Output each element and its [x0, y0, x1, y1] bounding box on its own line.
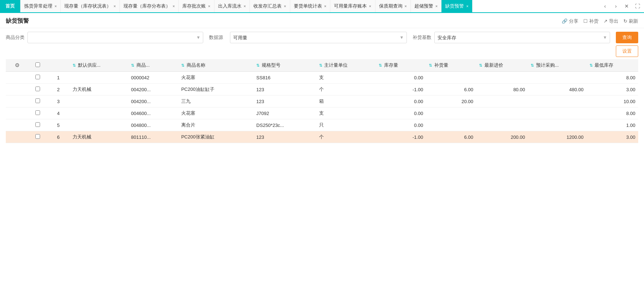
tab-order-stats[interactable]: 要货单统计表 × — [290, 0, 330, 13]
col-unit[interactable]: ⇅ 主计量单位 — [316, 59, 376, 72]
row-checkbox-cell[interactable] — [28, 84, 47, 96]
datasource-label: 数据源 — [209, 34, 227, 41]
col-stock[interactable]: ⇅ 库存量 — [376, 59, 426, 72]
row-est-purchase — [528, 119, 586, 131]
close-tab-overstock[interactable]: × — [435, 4, 438, 8]
row-est-purchase — [528, 107, 586, 119]
col-est-purchase[interactable]: ⇅ 预计采购... — [528, 59, 586, 72]
sort-spec-icon: ⇅ — [256, 63, 260, 67]
row-latest-price — [476, 96, 528, 107]
col-latest-price[interactable]: ⇅ 最新进价 — [476, 59, 528, 72]
col-spec[interactable]: ⇅ 规格型号 — [253, 59, 316, 72]
replenish-select[interactable]: 安全库存 — [434, 32, 610, 43]
row-supplier — [70, 96, 128, 107]
refresh-action[interactable]: ↻ 刷新 — [623, 18, 638, 25]
row-checkbox[interactable] — [35, 87, 40, 91]
close-tab-batch[interactable]: × — [208, 4, 210, 8]
tab-abnormal[interactable]: 拣货异常处理 × — [21, 0, 61, 13]
tab-batch[interactable]: 库存批次账 × — [179, 0, 214, 13]
tab-overstock[interactable]: 超储预警 × — [411, 0, 441, 13]
row-checkbox-cell[interactable] — [28, 119, 47, 131]
category-filter-group: 商品分类 ▼ — [6, 32, 203, 43]
export-icon: ↗ — [604, 18, 608, 24]
replenish-base-label: 补货基数 — [413, 34, 431, 41]
col-checkbox — [28, 59, 47, 72]
settings-button[interactable]: 设置 — [616, 45, 638, 57]
row-stock: -1.00 — [376, 131, 426, 143]
replenish-action[interactable]: ☐ 补货 — [583, 18, 599, 25]
row-product-name: 火花塞 — [178, 107, 253, 119]
row-checkbox-cell[interactable] — [28, 107, 47, 119]
replenish-icon: ☐ — [583, 18, 588, 24]
nav-fullscreen-button[interactable]: ⛶ — [632, 1, 643, 11]
nav-prev-button[interactable]: ‹ — [600, 1, 610, 11]
row-checkbox[interactable] — [35, 110, 40, 115]
col-product-name[interactable]: ⇅ 商品名称 — [178, 59, 253, 72]
col-no — [47, 59, 70, 72]
close-tab-receive-summary[interactable]: × — [284, 4, 286, 8]
tab-inventory-status[interactable]: 现存量（库存状况表） × — [61, 0, 119, 13]
category-select[interactable] — [27, 32, 203, 43]
tab-inventory-dist[interactable]: 现存量（库存分布表） × — [120, 0, 179, 13]
row-settings-cell — [6, 84, 28, 96]
col-supplier[interactable]: ⇅ 默认供应... — [70, 59, 128, 72]
row-supplier: 力天机械 — [70, 131, 128, 143]
sort-supplier-icon: ⇅ — [73, 63, 76, 67]
tab-home[interactable]: 首页 — [0, 0, 21, 13]
sort-replenish-qty-icon: ⇅ — [429, 63, 432, 67]
row-product-code: 801110... — [128, 131, 178, 143]
sort-min-stock-icon: ⇅ — [589, 63, 593, 67]
row-checkbox[interactable] — [35, 134, 40, 139]
row-checkbox[interactable] — [35, 122, 40, 127]
table-header-row: ⚙ ⇅ 默认供应... ⇅ 商品... ⇅ — [6, 59, 638, 72]
page-title: 缺货预警 — [6, 17, 29, 25]
close-tab-available-ledger[interactable]: × — [369, 4, 371, 8]
row-checkbox-cell[interactable] — [28, 131, 47, 143]
table-row: 4 004600... 火花塞 J7092 支 0.00 8.00 — [6, 107, 638, 119]
row-checkbox-cell[interactable] — [28, 72, 47, 84]
row-checkbox-cell[interactable] — [28, 96, 47, 107]
col-product-code[interactable]: ⇅ 商品... — [128, 59, 178, 72]
row-est-purchase: 480.00 — [528, 84, 586, 96]
row-settings-cell — [6, 131, 28, 143]
tab-available-ledger[interactable]: 可用量库存账本 × — [330, 0, 375, 13]
row-product-code: 004800... — [128, 119, 178, 131]
tab-inout-flow[interactable]: 出入库流水 × — [214, 0, 250, 13]
close-tab-inventory-status[interactable]: × — [113, 4, 116, 8]
row-checkbox[interactable] — [35, 98, 40, 103]
col-replenish-qty[interactable]: ⇅ 补货量 — [426, 59, 476, 72]
tab-expiry[interactable]: 保质期查询 × — [375, 0, 411, 13]
row-spec: 123 — [253, 96, 316, 107]
close-tab-expiry[interactable]: × — [405, 4, 407, 8]
sort-unit-icon: ⇅ — [319, 63, 322, 67]
tab-receive-summary[interactable]: 收发存汇总表 × — [250, 0, 290, 13]
close-tab-inout-flow[interactable]: × — [244, 4, 246, 8]
datasource-select[interactable]: 可用量 — [230, 32, 406, 43]
tab-shortage[interactable]: 缺货预警 × — [441, 0, 472, 13]
data-table: ⚙ ⇅ 默认供应... ⇅ 商品... ⇅ — [6, 59, 638, 143]
row-min-stock: 3.00 — [587, 84, 638, 96]
col-min-stock[interactable]: ⇅ 最低库存 — [587, 59, 638, 72]
row-supplier — [70, 72, 128, 84]
row-est-purchase — [528, 96, 586, 107]
row-spec: SS816 — [253, 72, 316, 84]
table-row: 3 004200... 三九 123 箱 0.00 20.00 10.00 — [6, 96, 638, 107]
close-tab-shortage[interactable]: × — [466, 4, 468, 8]
row-checkbox[interactable] — [35, 75, 40, 79]
datasource-filter-group: 数据源 可用量 ▼ — [209, 32, 406, 43]
export-action[interactable]: ↗ 导出 — [604, 18, 618, 25]
row-replenish-qty — [426, 119, 476, 131]
nav-next-button[interactable]: › — [611, 1, 621, 11]
query-button[interactable]: 查询 — [616, 32, 638, 43]
replenish-filter-group: 补货基数 安全库存 ▼ — [413, 32, 610, 43]
row-product-code: 0000042 — [128, 72, 178, 84]
select-all-checkbox[interactable] — [35, 62, 40, 67]
close-tab-order-stats[interactable]: × — [324, 4, 326, 8]
share-action[interactable]: 🔗 分享 — [562, 18, 578, 25]
nav-close-button[interactable]: ✕ — [622, 1, 632, 11]
table-row: 5 004800... 离合片 DS250*23c... 只 0.00 1.00 — [6, 119, 638, 131]
col-settings[interactable]: ⚙ — [6, 59, 28, 72]
close-tab-inventory-dist[interactable]: × — [173, 4, 175, 8]
row-settings-cell — [6, 72, 28, 84]
close-tab-abnormal[interactable]: × — [55, 4, 57, 8]
